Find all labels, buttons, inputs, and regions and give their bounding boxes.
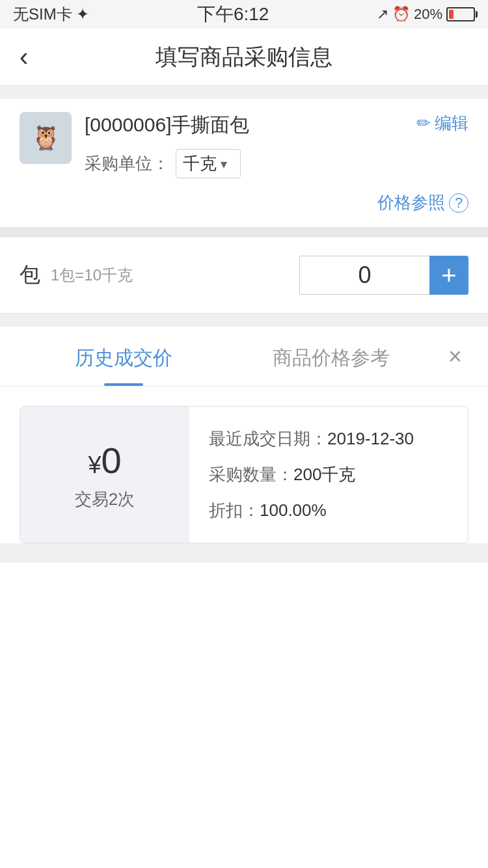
edit-button[interactable]: ✏ 编辑: [416, 112, 468, 135]
section-divider: [0, 227, 488, 237]
trade-discount-row: 折扣：100.00%: [209, 498, 448, 523]
qty-unit: 包: [20, 261, 40, 290]
price-ref-link[interactable]: 价格参照: [377, 191, 445, 214]
nav-bar: ‹ 填写商品采购信息: [0, 29, 488, 86]
edit-icon: ✏: [416, 113, 431, 133]
product-name: [0000006]手撕面包: [85, 112, 416, 139]
quantity-plus-button[interactable]: +: [429, 256, 468, 295]
discount-label: 折扣：: [209, 500, 260, 520]
product-header: 🦉 [0000006]手撕面包 采购单位： 千克 ▾ ✏ 编辑: [20, 112, 468, 178]
price-ref-row: 价格参照 ?: [20, 191, 468, 214]
product-thumbnail: 🦉: [20, 112, 72, 164]
unit-select[interactable]: 千克 ▾: [176, 149, 241, 178]
trade-card-right: 最近成交日期：2019-12-30 采购数量：200千克 折扣：100.00%: [189, 407, 468, 543]
unit-arrow: ▾: [221, 156, 227, 172]
quantity-left: 包 1包=10千克: [20, 261, 133, 290]
alarm-icon: ⏰: [392, 6, 410, 23]
status-bar: 无SIM卡 ✦ 下午6:12 ↗ ⏰ 20%: [0, 0, 488, 29]
unit-label: 采购单位：: [85, 152, 169, 175]
tab-price-reference[interactable]: 商品价格参考: [227, 327, 435, 386]
battery-fill: [449, 10, 454, 19]
quantity-row: 包 1包=10千克 0 +: [0, 237, 488, 314]
battery-pct: 20%: [414, 6, 442, 23]
date-value: 2019-12-30: [327, 429, 414, 448]
quantity-input[interactable]: 0: [299, 256, 429, 295]
discount-value: 100.00%: [260, 500, 327, 520]
status-time: 下午6:12: [197, 2, 269, 27]
qty-value: 200千克: [293, 465, 355, 484]
status-right-group: ↗ ⏰ 20%: [377, 6, 475, 23]
currency-symbol: ¥: [88, 452, 101, 478]
unit-value: 千克: [183, 152, 217, 175]
trade-card: ¥0 交易2次 最近成交日期：2019-12-30 采购数量：200千克 折扣：…: [20, 406, 468, 543]
qty-sub-unit: 1包=10千克: [51, 265, 133, 286]
battery-icon: [446, 7, 475, 21]
page-background: [0, 563, 488, 868]
unit-row: 采购单位： 千克 ▾: [85, 149, 416, 178]
edit-label: 编辑: [435, 112, 468, 135]
product-left: 🦉 [0000006]手撕面包 采购单位： 千克 ▾: [20, 112, 416, 178]
trade-count: 交易2次: [75, 488, 135, 511]
price-ref-help[interactable]: ?: [449, 193, 468, 213]
product-card: 🦉 [0000006]手撕面包 采购单位： 千克 ▾ ✏ 编辑 价格参照 ?: [0, 99, 488, 227]
carrier-text: 无SIM卡 ✦: [13, 4, 89, 25]
trade-price: ¥0: [88, 439, 121, 481]
quantity-input-area: 0 +: [299, 256, 468, 295]
page-title: 填写商品采购信息: [156, 42, 332, 72]
product-thumb-icon: 🦉: [31, 124, 61, 152]
trade-date-row: 最近成交日期：2019-12-30: [209, 426, 448, 452]
trade-card-left: ¥0 交易2次: [20, 407, 189, 543]
product-info: [0000006]手撕面包 采购单位： 千克 ▾: [85, 112, 416, 178]
location-icon: ↗: [377, 6, 388, 23]
date-label: 最近成交日期：: [209, 429, 327, 448]
back-button[interactable]: ‹: [20, 36, 34, 78]
price-value: 0: [101, 440, 121, 481]
trade-qty-row: 采购数量：200千克: [209, 462, 448, 487]
status-carrier: 无SIM卡 ✦: [13, 4, 89, 25]
tab-close-button[interactable]: ×: [442, 336, 468, 377]
tab-history-price[interactable]: 历史成交价: [20, 327, 227, 386]
tabs-row: 历史成交价 商品价格参考 ×: [0, 327, 488, 387]
panel-container: 历史成交价 商品价格参考 × ¥0 交易2次 最近成交日期：2019-12-30…: [0, 327, 488, 543]
qty-label: 采购数量：: [209, 465, 293, 484]
